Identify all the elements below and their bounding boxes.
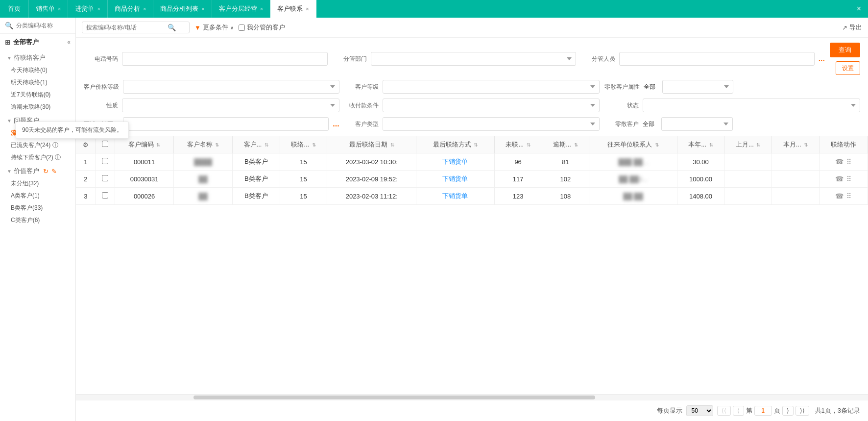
sort-date-icon: ⇅ (390, 142, 394, 148)
tab-home-label: 首页 (8, 4, 21, 13)
area-input[interactable] (123, 117, 329, 131)
next-page-button[interactable]: ⟩ (782, 406, 794, 416)
horizontal-scrollbar[interactable] (76, 394, 868, 400)
col-contact[interactable]: 联络... ⇅ (280, 136, 327, 153)
sidebar-group-value[interactable]: ▼ 价值客户 ↻ ✎ (0, 164, 75, 177)
tab-customer-contact[interactable]: 客户联系 × (270, 0, 316, 18)
col-last-method[interactable]: 最后联络方式 ⇅ (416, 136, 495, 153)
query-button[interactable]: 查询 (830, 43, 860, 57)
tab-purchase-close[interactable]: × (97, 6, 100, 12)
last-method-link[interactable]: 下销货单 (442, 192, 468, 199)
person-more-icon[interactable]: ... (819, 54, 825, 63)
sidebar-search-input[interactable] (16, 22, 71, 29)
row-this-month (772, 153, 820, 171)
zero-attr-select[interactable] (662, 80, 733, 94)
sidebar-item-classB[interactable]: B类客户(33) (0, 202, 75, 214)
tab-home[interactable]: 首页 (0, 0, 29, 18)
col-no-contact[interactable]: 未联... ⇅ (494, 136, 542, 153)
tab-customer-layer[interactable]: 客户分层经营 × (212, 0, 270, 18)
collapse-icon[interactable]: « (67, 39, 71, 46)
tab-customer-layer-close[interactable]: × (260, 6, 263, 12)
col-this-month[interactable]: 本月... ⇅ (772, 136, 820, 153)
sidebar-item-tomorrow[interactable]: 明天待联络(1) (0, 76, 75, 89)
tab-purchase[interactable]: 进货单 × (68, 0, 107, 18)
col-type[interactable]: 客户... ⇅ (232, 136, 280, 153)
last-method-link[interactable]: 下销货单 (442, 158, 468, 165)
arrow-down-icon: ▼ (7, 55, 12, 61)
sidebar-all-customers[interactable]: ⊞ 全部客户 « (0, 34, 75, 50)
zero-customer-select[interactable] (661, 117, 733, 131)
search-button[interactable]: 🔍 (168, 24, 176, 31)
sidebar-item-today[interactable]: 今天待联络(0) (0, 64, 75, 76)
settings-button[interactable]: 设置 (836, 61, 860, 75)
action-more-icon[interactable]: ⠿ (846, 175, 851, 183)
row-checkbox[interactable] (102, 175, 108, 181)
arrow-down-icon2: ▼ (7, 118, 12, 124)
phone-input[interactable] (122, 52, 328, 66)
status-label: 状态 (604, 101, 639, 110)
sidebar-item-ungroup[interactable]: 未分组(32) (0, 177, 75, 190)
tab-sales[interactable]: 销售单 × (29, 0, 68, 18)
page-input[interactable] (754, 406, 772, 416)
person-input[interactable] (619, 52, 814, 66)
sidebar-item-classA[interactable]: A类客户(1) (0, 190, 75, 202)
close-all-button[interactable]: × (850, 4, 868, 13)
sidebar-item-classC[interactable]: C类客户(6) (0, 214, 75, 226)
sidebar-group-pending[interactable]: ▼ 待联络客户 (0, 50, 75, 64)
settings-icon[interactable]: ⚙ (83, 141, 89, 149)
customer-level-select[interactable] (383, 80, 600, 94)
col-code[interactable]: 客户编码 ⇅ (115, 136, 174, 153)
row-contact: 15 (280, 153, 327, 171)
customer-type-select[interactable] (383, 117, 600, 131)
row-last-month (724, 188, 772, 205)
row-checkbox[interactable] (102, 158, 108, 164)
select-all-checkbox[interactable] (102, 141, 108, 147)
sidebar-item-declining[interactable]: 持续下滑客户(2) ⓘ (0, 151, 75, 164)
sidebar-item-7days[interactable]: 近7天待联络(0) (0, 89, 75, 101)
search-input[interactable] (86, 24, 165, 31)
export-button[interactable]: ↗ 导出 (842, 23, 862, 32)
col-this-year[interactable]: 本年... ⇅ (677, 136, 724, 153)
action-more-icon[interactable]: ⠿ (846, 192, 851, 200)
more-filter-button[interactable]: ▼ 更多条件 ∧ (194, 23, 234, 32)
price-level-select[interactable] (123, 80, 339, 94)
tab-sales-close[interactable]: × (58, 6, 61, 12)
col-last-month[interactable]: 上月... ⇅ (724, 136, 772, 153)
edit-icon[interactable]: ✎ (51, 168, 57, 175)
sort-nocontact-icon: ⇅ (527, 142, 530, 148)
row-checkbox-cell (96, 171, 115, 188)
refresh-icon[interactable]: ↻ (43, 168, 48, 175)
sidebar-item-overdue[interactable]: 逾期未联络(30) (0, 101, 75, 113)
row-name: ████ (174, 153, 233, 171)
my-customers-check[interactable]: 我分管的客户 (239, 23, 285, 32)
tab-analysis-list-close[interactable]: × (201, 6, 204, 12)
scrollbar-thumb[interactable] (193, 396, 595, 399)
col-overdue[interactable]: 逾期... ⇅ (542, 136, 589, 153)
my-customers-checkbox[interactable] (239, 25, 245, 31)
col-name[interactable]: 客户名称 ⇅ (174, 136, 233, 153)
action-contact-icon[interactable]: ☎ (835, 175, 844, 183)
payment-select[interactable] (383, 99, 600, 112)
action-more-icon[interactable]: ⠿ (846, 158, 851, 166)
row-contact-person: ███ ██... (589, 153, 677, 171)
tab-analysis[interactable]: 商品分析 × (108, 0, 153, 18)
prev-page-button[interactable]: ⟨ (733, 406, 744, 416)
dept-select[interactable] (371, 52, 577, 66)
last-page-button[interactable]: ⟩⟩ (796, 406, 809, 416)
last-method-link[interactable]: 下销货单 (442, 175, 468, 182)
per-page-select[interactable]: 50 100 200 (686, 405, 713, 416)
action-contact-icon[interactable]: ☎ (835, 158, 844, 166)
col-contact-person[interactable]: 往来单位联系人 ⇅ (589, 136, 677, 153)
tab-analysis-list[interactable]: 商品分析列表 × (153, 0, 212, 18)
action-contact-icon[interactable]: ☎ (835, 192, 844, 200)
row-checkbox[interactable] (102, 192, 108, 198)
status-select[interactable] (643, 99, 860, 112)
first-page-button[interactable]: ⟨⟨ (717, 406, 731, 416)
col-settings[interactable]: ⚙ (76, 136, 96, 153)
sidebar-item-churned[interactable]: 已流失客户(24) ⓘ (0, 139, 75, 151)
area-more-icon[interactable]: ... (333, 120, 339, 128)
col-last-date[interactable]: 最后联络日期 ⇅ (327, 136, 416, 153)
tab-analysis-close[interactable]: × (143, 6, 146, 12)
tab-customer-contact-close[interactable]: × (306, 6, 309, 12)
gender-select[interactable] (122, 99, 339, 112)
